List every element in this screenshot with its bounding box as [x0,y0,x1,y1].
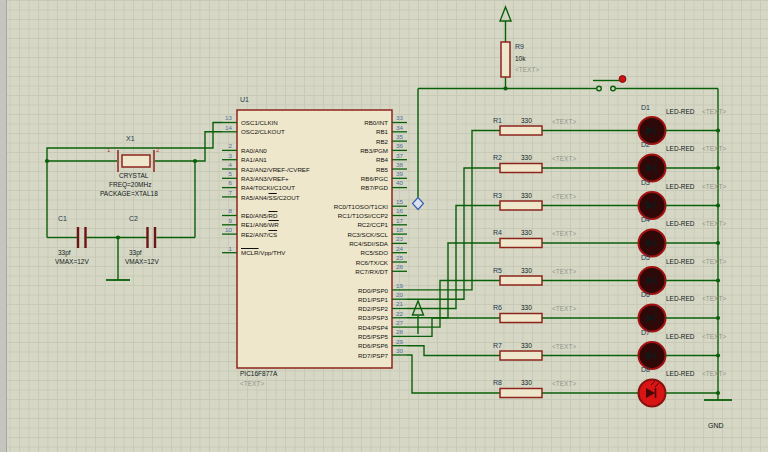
junction-dot [716,391,720,395]
terminal-diamond-marker [413,198,424,210]
mcu-body[interactable] [237,110,392,368]
junction-dot [716,278,720,282]
capacitor-c1[interactable] [78,227,86,248]
wire-osc1[interactable] [47,123,222,238]
schematic-drawing[interactable] [0,0,768,452]
wire-port-to-resistor[interactable] [407,131,500,290]
resistor-r3[interactable] [500,201,542,210]
junction-dot [716,353,720,357]
resistor-r2[interactable] [500,164,542,173]
junction-dot [716,241,720,245]
wire-osc2[interactable] [155,132,222,161]
wire-port-to-resistor[interactable] [407,168,500,299]
wire-port-to-resistor[interactable] [407,281,500,328]
junction-dot [716,203,720,207]
resistor-r5[interactable] [500,276,542,285]
resistor-r1[interactable] [500,126,542,135]
junction-dot [716,316,720,320]
wire-port-to-resistor[interactable] [407,346,500,356]
capacitor-c2[interactable] [148,227,156,248]
resistor-r8[interactable] [500,389,542,398]
wire-port-to-resistor[interactable] [407,206,500,309]
resistor-r4[interactable] [500,239,542,248]
resistor-r6[interactable] [500,314,542,323]
push-button[interactable] [588,81,624,91]
power-terminal-top[interactable] [500,7,511,21]
resistor-r9[interactable] [501,42,510,77]
schematic-canvas[interactable]: U1 PIC16F877A <TEXT> X1 CRYSTAL FREQ=20M… [0,0,768,452]
resistor-r7[interactable] [500,351,542,360]
junction-dot [716,128,720,132]
crystal[interactable] [118,150,154,172]
wire-port-to-resistor[interactable] [407,355,500,393]
junction-dot [716,166,720,170]
button-state-indicator[interactable] [619,76,626,83]
